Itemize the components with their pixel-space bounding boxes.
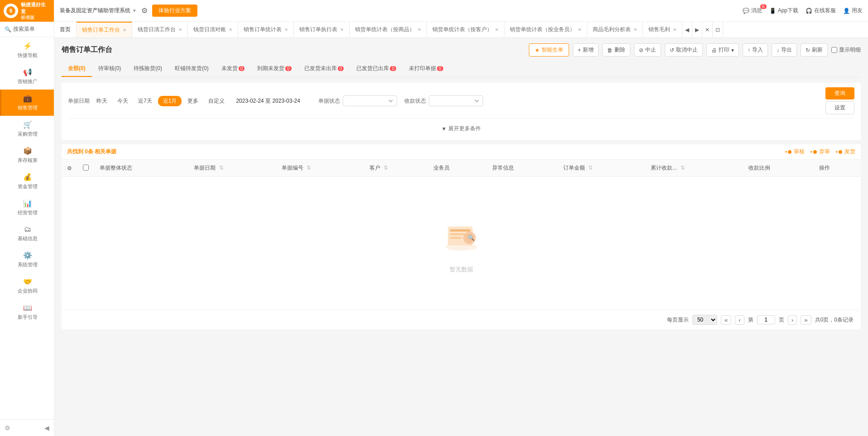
refresh-btn[interactable]: ↻ 刷新 (801, 43, 828, 57)
sub-tab-shipped-not-out[interactable]: 已发货未出库0 (298, 61, 350, 77)
sidebar-settings-btn[interactable]: ⚙ (5, 424, 10, 431)
sidebar-item-marketing[interactable]: 📢 营销推广 (0, 63, 54, 90)
sidebar-item-inventory[interactable]: 📦 库存核算 (0, 142, 54, 168)
system-title-dropdown[interactable]: 装备及固定资产辅助管理系统 ▼ (60, 7, 137, 14)
query-btn[interactable]: 查询 (825, 87, 854, 100)
status-select[interactable] (343, 95, 397, 106)
cancel-approve-btn[interactable]: 弃审 (810, 148, 830, 156)
topbar-gear[interactable]: ⚙ (141, 6, 148, 15)
import-btn[interactable]: ↑ 导入 (743, 43, 768, 57)
sidebar-item-search[interactable]: 🔍 搜索菜单 (0, 22, 54, 37)
tab-close-sales-order[interactable]: ✕ (123, 28, 126, 33)
print-btn[interactable]: 🖨 打印 ▾ (706, 43, 739, 57)
date-btn-today[interactable]: 今天 (113, 96, 132, 106)
smart-create-btn[interactable]: ★ 智能生单 (529, 43, 569, 57)
date-btn-1month[interactable]: 近1月 (158, 96, 182, 106)
tab-gross-margin[interactable]: 商品毛利分析表 ✕ (587, 22, 643, 38)
approve-btn[interactable]: 审核 (785, 148, 805, 156)
select-all-checkbox[interactable] (83, 165, 89, 171)
delete-btn[interactable]: 🗑 删除 (602, 43, 630, 57)
sub-tab-pending-approve[interactable]: 待审核(0) (92, 61, 128, 77)
settings-icon[interactable]: ⚙ (67, 165, 72, 171)
sidebar-item-purchase[interactable]: 🛒 采购管理 (0, 116, 54, 142)
tabs-expand[interactable]: ⊡ (713, 22, 723, 38)
first-page-btn[interactable]: « (721, 315, 731, 325)
add-btn[interactable]: + 新增 (573, 43, 599, 57)
sort-cumulative-icon[interactable]: ⇅ (681, 165, 685, 171)
sidebar-item-basic-info[interactable]: 🗂 基础信息 (0, 221, 54, 246)
tabs-scroll-left[interactable]: ◀ (682, 22, 692, 38)
date-btn-custom[interactable]: 自定义 (204, 96, 229, 106)
sub-tab-shipped-out[interactable]: 已发货已出库0 (350, 61, 403, 77)
sub-tab-pending-check[interactable]: 待拣验货(0) (127, 61, 168, 77)
print-icon: 🖨 (711, 47, 717, 53)
th-settings[interactable]: ⚙ (62, 160, 77, 177)
th-checkbox[interactable] (77, 160, 94, 177)
tab-close-reconcile[interactable]: ✕ (229, 27, 232, 32)
tabs-close-all[interactable]: ✕ (702, 22, 713, 38)
sub-tab-overdue-not-shipped[interactable]: 到期未发货0 (251, 61, 298, 77)
sort-number-icon[interactable]: ⇅ (307, 165, 311, 171)
set-btn[interactable]: 设置 (825, 101, 854, 114)
ship-btn[interactable]: 发货 (835, 148, 855, 156)
search-icon: 🔍 (5, 26, 11, 33)
sort-amount-icon[interactable]: ⇅ (588, 165, 593, 171)
sidebar-item-quick-nav[interactable]: ⚡ 快捷导航 (0, 37, 54, 63)
expand-filter-btn[interactable]: ▼ 展开更多条件 (68, 122, 854, 135)
sidebar-item-guide[interactable]: 📖 新手引导 (0, 299, 54, 325)
tab-sales-exec[interactable]: 销售订单执行表 ✕ (294, 22, 350, 38)
tab-close-invoice-by-staff[interactable]: ✕ (578, 27, 581, 32)
tabs-scroll-right[interactable]: ▶ (692, 22, 702, 38)
tab-invoice-by-staff[interactable]: 销货单统计表（按业务员） ✕ (504, 22, 587, 38)
sort-customer-icon[interactable]: ⇅ (384, 165, 388, 171)
tab-home[interactable]: 首页 (54, 22, 77, 38)
app-download-btn[interactable]: 📱 App下载 (769, 7, 798, 14)
sidebar-collapse-btn[interactable]: ◀ (44, 424, 49, 431)
sub-tab-all[interactable]: 全部(0) (62, 61, 92, 77)
sub-tab-not-printed[interactable]: 未打印单据0 (403, 61, 450, 77)
show-detail-checkbox[interactable] (831, 47, 837, 53)
tab-sales-gross[interactable]: 销售毛利 ✕ (643, 22, 682, 38)
stop-btn[interactable]: ⊘ 中止 (634, 43, 661, 57)
cancel-stop-btn[interactable]: ↺ 取消中止 (665, 43, 703, 57)
tab-close-gross-margin[interactable]: ✕ (633, 27, 637, 32)
table-count: 共找到 0条 相关单据 (67, 148, 116, 156)
cancel-approve-dot (813, 150, 817, 154)
tab-reconcile[interactable]: 钱货日清对账 ✕ (188, 22, 238, 38)
date-btn-yesterday[interactable]: 昨天 (92, 96, 111, 106)
tab-invoice-by-customer[interactable]: 销货单统计表（按客户） ✕ (427, 22, 504, 38)
next-page-btn[interactable]: › (788, 315, 797, 325)
tab-close-sales-stats[interactable]: ✕ (284, 27, 288, 32)
sidebar-item-enterprise[interactable]: 🤝 企业协同 (0, 273, 54, 299)
export-btn[interactable]: ↓ 导出 (772, 43, 797, 57)
last-page-btn[interactable]: » (801, 315, 811, 325)
show-detail-checkbox-label[interactable]: 显示明细 (831, 46, 861, 54)
tab-invoice-by-product[interactable]: 销货单统计表（按商品） ✕ (350, 22, 427, 38)
online-service-btn[interactable]: 🎧 在线客服 (806, 7, 836, 14)
prev-page-btn[interactable]: ‹ (735, 315, 744, 325)
sidebar-item-finance[interactable]: 💰 资金管理 (0, 168, 54, 194)
tab-close-sales-gross[interactable]: ✕ (673, 27, 676, 32)
payment-select[interactable] (429, 95, 483, 106)
sidebar-item-system[interactable]: ⚙️ 系统管理 (0, 246, 54, 273)
sub-tab-not-shipped[interactable]: 未发货0 (215, 61, 251, 77)
table-scroll-container[interactable]: ⚙ 单据整体状态 单据日期 ⇅ (62, 160, 861, 310)
tab-close-invoice-by-product[interactable]: ✕ (417, 27, 421, 32)
tab-close-cash-daily[interactable]: ✕ (178, 27, 182, 32)
message-icon-btn[interactable]: 💬 6 消息 (743, 7, 762, 14)
tab-close-invoice-by-customer[interactable]: ✕ (495, 27, 499, 32)
industry-plan-btn[interactable]: 体验行业方案 (152, 5, 197, 17)
user-menu-btn[interactable]: 👤 用友 (843, 7, 863, 14)
sub-tab-wangpu[interactable]: 旺铺待发货(0) (168, 61, 215, 77)
sort-date-icon[interactable]: ⇅ (219, 165, 224, 171)
sidebar-item-sales[interactable]: 💼 销售管理 (0, 90, 54, 116)
date-btn-7days[interactable]: 近7天 (134, 96, 156, 106)
page-number-input[interactable] (757, 315, 775, 324)
tab-sales-stats[interactable]: 销售订单统计表 ✕ (238, 22, 294, 38)
tab-close-sales-exec[interactable]: ✕ (340, 27, 344, 32)
page-size-select[interactable]: 50 20 100 (692, 315, 717, 325)
tab-cash-daily[interactable]: 钱货日清工作台 ✕ (132, 22, 188, 38)
tab-sales-order-workbench[interactable]: 销售订单工作台 ✕ (77, 22, 132, 38)
date-btn-more[interactable]: 更多 (183, 96, 202, 106)
sidebar-item-operations[interactable]: 📊 经营管理 (0, 194, 54, 221)
